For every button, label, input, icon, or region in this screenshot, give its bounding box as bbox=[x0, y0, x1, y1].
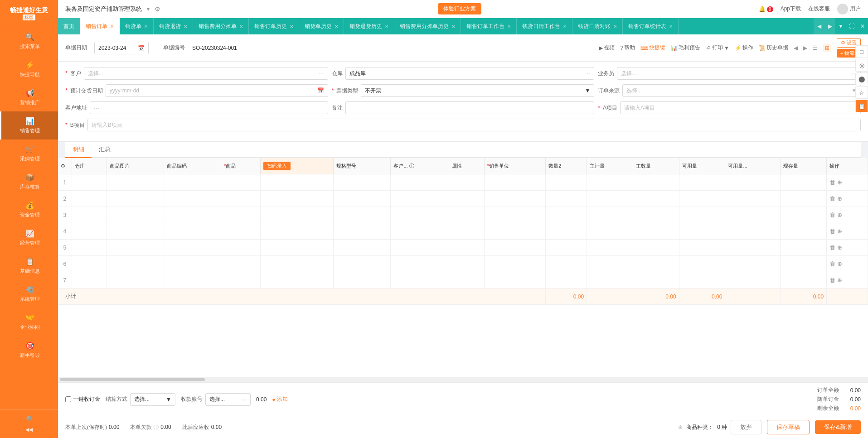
tab-sales-order[interactable]: 销售订单 ✕ bbox=[80, 18, 120, 34]
date-input[interactable]: 2023-03-24 📅 bbox=[94, 42, 149, 54]
close-tab-icon[interactable]: ✕ bbox=[507, 24, 511, 29]
row-image[interactable] bbox=[107, 223, 164, 240]
tab-stats[interactable]: 销售订单统计表 ✕ bbox=[623, 18, 679, 34]
nav-next-icon[interactable]: ▶ bbox=[803, 45, 807, 51]
right-panel-btn-5[interactable]: 📋 bbox=[855, 100, 868, 112]
row-main-qty[interactable] bbox=[633, 207, 679, 223]
row-available2[interactable] bbox=[725, 207, 781, 223]
row-warehouse[interactable] bbox=[72, 272, 107, 289]
row-product[interactable] bbox=[221, 240, 261, 256]
sidebar-item-enterprise[interactable]: 🤝 企业协同 bbox=[0, 308, 58, 336]
close-tab-icon[interactable]: ✕ bbox=[335, 24, 338, 29]
row-main-qty[interactable] bbox=[633, 272, 679, 289]
discard-button[interactable]: 放弃 bbox=[731, 420, 761, 434]
row-stock[interactable] bbox=[781, 191, 827, 207]
salesperson-input[interactable]: 选择... ··· bbox=[617, 67, 861, 80]
row-main-unit[interactable] bbox=[587, 191, 633, 207]
nav-expand-btn[interactable]: ⛶ bbox=[846, 18, 857, 34]
row-spec[interactable] bbox=[334, 174, 391, 191]
sidebar-item-basic-info[interactable]: 📋 基础信息 bbox=[0, 252, 58, 280]
nav-left-arrow[interactable]: ◀ bbox=[814, 18, 824, 34]
row-spec[interactable] bbox=[334, 240, 391, 256]
row-spec[interactable] bbox=[334, 207, 391, 223]
row-spec[interactable] bbox=[334, 223, 391, 240]
row-stock[interactable] bbox=[781, 223, 827, 240]
row-warehouse[interactable] bbox=[72, 256, 107, 272]
row-customer-code[interactable] bbox=[391, 240, 449, 256]
row-image[interactable] bbox=[107, 240, 164, 256]
save-new-button[interactable]: 保存&新增 bbox=[815, 420, 861, 434]
warehouse-input[interactable]: 成品库 ··· bbox=[345, 67, 595, 80]
copy-icon[interactable]: ⊕ bbox=[837, 179, 842, 186]
copy-icon[interactable]: ⊕ bbox=[837, 195, 842, 202]
user-avatar[interactable]: 用户 bbox=[837, 4, 861, 14]
col-stock[interactable]: 现存量 bbox=[781, 158, 827, 174]
row-unit[interactable] bbox=[484, 174, 546, 191]
row-warehouse[interactable] bbox=[72, 191, 107, 207]
delivery-date-input[interactable]: yyyy-mm-dd 📅 bbox=[106, 84, 328, 97]
online-service-link[interactable]: 在线客服 bbox=[808, 5, 830, 13]
sidebar-item-inventory[interactable]: 📦 库存核算 bbox=[0, 168, 58, 196]
scroll-area[interactable] bbox=[58, 377, 868, 382]
right-panel-btn-3[interactable]: ⬤ bbox=[855, 72, 868, 85]
row-unit[interactable] bbox=[484, 207, 546, 223]
tab-sales-return[interactable]: 销货退货 ✕ bbox=[154, 18, 193, 34]
row-qty2[interactable] bbox=[546, 223, 587, 240]
col-qty2[interactable]: 数量2 bbox=[546, 158, 587, 174]
save-draft-button[interactable]: 保存草稿 bbox=[767, 420, 810, 434]
row-stock[interactable] bbox=[781, 174, 827, 191]
col-settings[interactable]: ⚙ bbox=[58, 158, 72, 174]
sidebar-item-search[interactable]: 🔍 搜索菜单 bbox=[0, 27, 58, 55]
row-code[interactable] bbox=[164, 174, 221, 191]
row-product[interactable] bbox=[221, 191, 261, 207]
right-panel-btn-4[interactable]: ☆ bbox=[855, 86, 868, 99]
row-unit[interactable] bbox=[484, 240, 546, 256]
row-qty2[interactable] bbox=[546, 256, 587, 272]
col-main-qty[interactable]: 主数量 bbox=[633, 158, 679, 174]
note-input[interactable] bbox=[345, 101, 595, 114]
row-main-unit[interactable] bbox=[587, 223, 633, 240]
row-main-unit[interactable] bbox=[587, 256, 633, 272]
add-button[interactable]: ● 添加 bbox=[272, 395, 287, 403]
col-warehouse[interactable]: 仓库 bbox=[72, 158, 107, 174]
row-scan[interactable] bbox=[260, 256, 333, 272]
row-code[interactable] bbox=[164, 207, 221, 223]
delete-icon[interactable]: 🗑 bbox=[829, 228, 835, 235]
row-code[interactable] bbox=[164, 256, 221, 272]
row-customer-code[interactable] bbox=[391, 256, 449, 272]
nav-close-btn[interactable]: ✕ bbox=[857, 18, 868, 34]
row-available[interactable] bbox=[679, 272, 725, 289]
notification-area[interactable]: 🔔 9 bbox=[759, 6, 773, 12]
row-stock[interactable] bbox=[781, 272, 827, 289]
row-scan[interactable] bbox=[260, 240, 333, 256]
solution-button[interactable]: 体验行业方案 bbox=[438, 3, 481, 14]
nav-more-btn[interactable]: ▼ bbox=[835, 18, 846, 34]
close-tab-icon[interactable]: ✕ bbox=[613, 24, 617, 29]
delete-icon[interactable]: 🗑 bbox=[829, 260, 835, 267]
row-available2[interactable] bbox=[725, 256, 781, 272]
row-spec[interactable] bbox=[334, 256, 391, 272]
row-code[interactable] bbox=[164, 223, 221, 240]
row-spec[interactable] bbox=[334, 272, 391, 289]
row-available2[interactable] bbox=[725, 191, 781, 207]
invoice-type-select[interactable]: 不开票 ▼ bbox=[361, 84, 594, 97]
row-main-unit[interactable] bbox=[587, 174, 633, 191]
row-available2[interactable] bbox=[725, 240, 781, 256]
copy-icon[interactable]: ⊕ bbox=[837, 277, 842, 284]
tab-sales-expense[interactable]: 销售费用分摊单 ✕ bbox=[193, 18, 249, 34]
help-btn[interactable]: ? 帮助 bbox=[620, 44, 635, 52]
col-unit[interactable]: *销售单位 bbox=[484, 158, 546, 174]
row-available[interactable] bbox=[679, 256, 725, 272]
row-qty2[interactable] bbox=[546, 191, 587, 207]
row-product[interactable] bbox=[221, 223, 261, 240]
right-panel-btn-2[interactable]: ◎ bbox=[855, 59, 868, 72]
row-product[interactable] bbox=[221, 174, 261, 191]
tab-sales-bill[interactable]: 销货单 ✕ bbox=[120, 18, 154, 34]
sidebar-settings[interactable]: ⚙️ bbox=[26, 415, 32, 421]
one-click-checkbox[interactable] bbox=[65, 396, 71, 402]
account-select[interactable]: 选择... ··· bbox=[205, 393, 251, 406]
scan-button[interactable]: 扫码录入 bbox=[263, 162, 291, 170]
row-unit[interactable] bbox=[484, 272, 546, 289]
row-attribute[interactable] bbox=[449, 207, 484, 223]
row-main-unit[interactable] bbox=[587, 207, 633, 223]
